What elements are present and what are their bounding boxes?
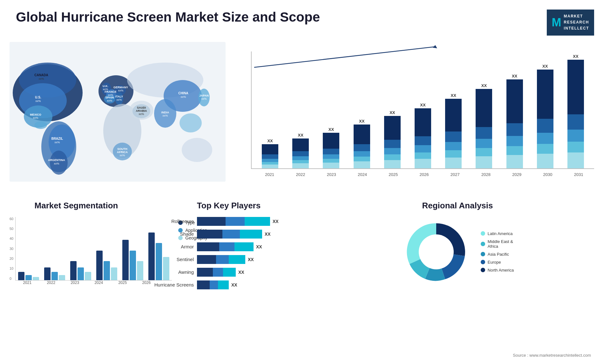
svg-text:ARGENTINA: ARGENTINA: [48, 158, 65, 162]
svg-text:INDIA: INDIA: [161, 111, 169, 114]
seg-bar-2024: [96, 251, 117, 280]
svg-point-24: [182, 138, 212, 162]
legend-asia-pacific: Asia Pacific: [481, 252, 514, 257]
year-label-2023: 2023: [316, 172, 347, 177]
regional-chart-area: Latin America Middle East &Africa Asia P…: [315, 217, 600, 287]
bar-label-2024: XX: [359, 119, 364, 124]
player-armor: Armor XX: [149, 242, 308, 251]
svg-text:xx%: xx%: [162, 114, 168, 117]
player-bar-inner-sentinel: [197, 255, 245, 264]
player-bar-inner-rollsecure: [197, 217, 270, 226]
main-content: CANADA xx% U.S. xx% MEXICO xx% BRAZIL xx…: [0, 42, 610, 194]
regional-title: Regional Analysis: [315, 201, 600, 211]
trend-arrow-svg: [251, 45, 442, 71]
svg-text:SAUDI: SAUDI: [137, 106, 146, 109]
bar-2024: XX: [347, 119, 377, 168]
bar-label-2022: XX: [298, 133, 303, 138]
legend-middle-east-label: Middle East &Africa: [488, 239, 513, 249]
year-label-2021: 2021: [254, 172, 285, 177]
svg-text:JAPAN: JAPAN: [199, 94, 209, 97]
svg-text:xx%: xx%: [119, 154, 125, 157]
svg-text:SOUTH: SOUTH: [117, 147, 127, 151]
segmentation-chart: 60 50 40 30 20 10 0: [10, 217, 143, 285]
svg-text:U.S.: U.S.: [35, 96, 41, 99]
segmentation-section: Market Segmentation 60 50 40 30 20 10 0: [10, 201, 143, 293]
logo: M MARKET RESEARCH INTELLECT: [547, 10, 594, 36]
segmentation-title: Market Segmentation: [10, 201, 143, 211]
player-name-hurricane: Hurricane Screens: [149, 282, 194, 287]
bar-2029: XX: [499, 74, 530, 168]
svg-text:MEXICO: MEXICO: [30, 113, 41, 116]
year-label-2031: 2031: [563, 172, 594, 177]
svg-text:xx%: xx%: [33, 116, 38, 119]
svg-point-23: [180, 113, 202, 132]
player-bar-armor: XX: [197, 242, 262, 251]
bar-label-2021: XX: [267, 138, 273, 143]
bar-2030: XX: [530, 64, 560, 168]
key-players-section: Top Key Players Rollsecure XX Shade: [149, 201, 308, 293]
player-bar-inner-hurricane: [197, 280, 229, 289]
svg-text:CANADA: CANADA: [34, 73, 48, 77]
player-name-rollsecure: Rollsecure: [149, 219, 194, 224]
svg-text:FRANCE: FRANCE: [105, 90, 117, 93]
svg-text:xx%: xx%: [180, 95, 186, 98]
svg-text:ARABIA: ARABIA: [136, 109, 147, 112]
svg-text:CHINA: CHINA: [178, 91, 188, 95]
bar-2025: XX: [377, 110, 408, 168]
seg-bar-2021: [18, 272, 39, 280]
bar-label-2029: XX: [512, 74, 517, 78]
header: Global Hurricane Screen Market Size and …: [0, 0, 610, 42]
legend-middle-east-africa: Middle East &Africa: [481, 239, 514, 249]
legend-europe: Europe: [481, 260, 514, 265]
seg-bar-2025: [122, 240, 143, 280]
svg-text:xx%: xx%: [35, 99, 41, 103]
svg-line-57: [254, 47, 435, 67]
map-section: CANADA xx% U.S. xx% MEXICO xx% BRAZIL xx…: [10, 42, 232, 194]
regional-legend: Latin America Middle East &Africa Asia P…: [481, 231, 514, 273]
page-title: Global Hurricane Screen Market Size and …: [16, 10, 320, 25]
donut-center: [419, 234, 454, 269]
bar-2021: XX: [255, 138, 285, 168]
seg-bar-2022: [44, 267, 65, 280]
legend-latin-america-label: Latin America: [488, 231, 513, 236]
logo-letter: M: [552, 16, 561, 29]
bar-label-2023: XX: [329, 127, 334, 132]
bar-label-2028: XX: [481, 83, 487, 88]
player-bar-shade: XX: [197, 230, 271, 239]
player-hurricane-screens: Hurricane Screens XX: [149, 280, 308, 289]
player-bar-inner-awning: [197, 268, 236, 277]
year-label-2027: 2027: [440, 172, 471, 177]
player-name-awning: Awning: [149, 269, 194, 275]
svg-text:U.K.: U.K.: [103, 84, 108, 88]
svg-text:AFRICA: AFRICA: [117, 151, 128, 154]
bar-2031: XX: [560, 54, 591, 168]
player-shade: Shade XX: [149, 230, 308, 239]
bar-label-2025: XX: [390, 110, 395, 115]
svg-text:ITALY: ITALY: [115, 95, 123, 98]
regional-donut-svg: [401, 217, 471, 287]
year-label-2026: 2026: [409, 172, 439, 177]
bottom-content: Market Segmentation 60 50 40 30 20 10 0: [0, 194, 610, 293]
player-rollsecure: Rollsecure XX: [149, 217, 308, 226]
bar-label-2027: XX: [451, 93, 456, 98]
legend-europe-label: Europe: [488, 260, 501, 265]
bar-label-2030: XX: [542, 64, 548, 69]
regional-section: Regional Analysis: [315, 201, 600, 293]
player-name-armor: Armor: [149, 244, 194, 249]
player-sentinel: Sentinel XX: [149, 255, 308, 264]
logo-line1: MARKET: [564, 13, 589, 19]
bar-year-labels: 2021 2022 2023 2024 2025 2026 2027 2028 …: [254, 172, 594, 177]
source-text: Source : www.marketresearchintellect.com: [513, 353, 591, 358]
player-bar-inner-armor: [197, 242, 254, 251]
key-players-title: Top Key Players: [149, 201, 308, 211]
legend-asia-pacific-label: Asia Pacific: [488, 252, 509, 257]
bar-2027: XX: [438, 93, 469, 168]
player-bar-hurricane: XX: [197, 280, 237, 289]
svg-text:xx%: xx%: [107, 99, 112, 102]
seg-bar-2023: [70, 261, 91, 280]
logo-line3: INTELLECT: [564, 25, 589, 31]
legend-north-america: North America: [481, 268, 514, 273]
year-label-2030: 2030: [532, 172, 563, 177]
svg-text:SPAIN: SPAIN: [105, 96, 114, 99]
svg-text:BRAZIL: BRAZIL: [51, 137, 63, 140]
